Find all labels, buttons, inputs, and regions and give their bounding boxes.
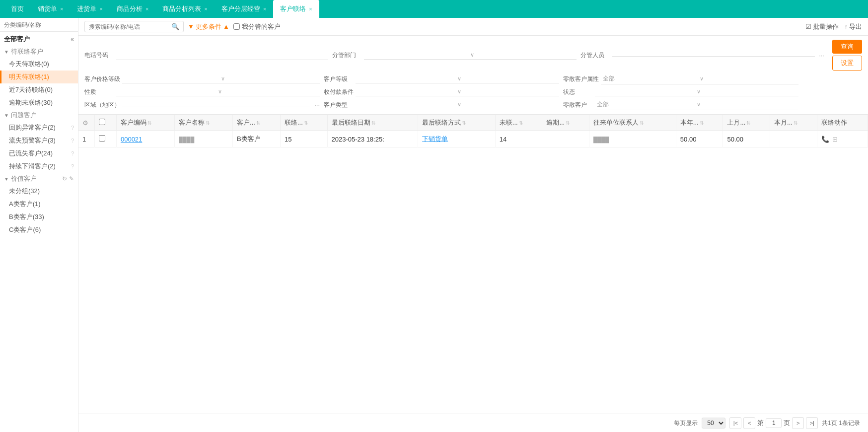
nav-customer-layered[interactable]: 客户分层经营 × [215, 0, 273, 18]
row-contacts: 15 [280, 131, 327, 147]
retail-customer-select[interactable]: 全部 ∨ [595, 99, 798, 110]
sort-icon: ⇅ [147, 120, 151, 126]
sidebar-item-today-contact[interactable]: 今天待联络(0) [0, 58, 78, 71]
sidebar-search-input[interactable] [4, 21, 78, 28]
nature-select[interactable]: ∨ [116, 87, 320, 96]
help-icon: ? [71, 125, 74, 131]
col-contact-person[interactable]: 往来单位联系人 ⇅ [589, 115, 676, 131]
prev-page-button[interactable]: < [743, 417, 755, 429]
refresh-icon[interactable]: ↻ [62, 175, 67, 182]
manager-select[interactable] [612, 54, 815, 57]
filter-retail-attr: 零散客户属性 全部 ∨ [563, 73, 798, 84]
nav-product-analysis[interactable]: 商品分析 × [110, 0, 155, 18]
my-customers-check[interactable] [233, 23, 240, 30]
col-this-year[interactable]: 本年... ⇅ [676, 115, 723, 131]
query-button[interactable]: 查询 [832, 40, 862, 54]
filter-row-1: 电话号码 分管部门 ∨ 分管人员 ··· [84, 40, 862, 71]
phone-action-icon[interactable]: 📞 [821, 136, 829, 143]
sidebar-item-ungrouped[interactable]: 未分组(32) [0, 185, 78, 198]
sort-icon: ⇅ [256, 120, 260, 126]
sidebar-group-value-customers[interactable]: ▼ 价值客户 ↻ ✎ [0, 173, 78, 185]
price-level-select[interactable]: ∨ [122, 74, 320, 83]
customer-type-select[interactable]: ∨ [356, 100, 559, 109]
filter-manager: 分管人员 ··· [580, 51, 824, 60]
close-icon[interactable]: × [60, 6, 63, 12]
sidebar-item-a-class[interactable]: A类客户(1) [0, 198, 78, 211]
search-input[interactable] [89, 23, 171, 30]
sidebar-item-tomorrow-contact[interactable]: 明天待联络(1) [0, 71, 78, 83]
region-select[interactable] [122, 104, 310, 106]
close-icon[interactable]: × [263, 6, 266, 12]
more-options-icon[interactable]: ··· [314, 101, 320, 109]
next-page-button[interactable]: > [792, 417, 804, 429]
sidebar-item-overdue-contact[interactable]: 逾期未联络(30) [0, 96, 78, 109]
sidebar-item-repurchase-abnormal[interactable]: 回购异常客户(2) ? [0, 121, 78, 134]
chevron-down-icon: ∨ [221, 75, 318, 82]
payment-select[interactable]: ∨ [356, 87, 559, 96]
sidebar-group-problem-customers[interactable]: ▼ 问题客户 [0, 109, 78, 121]
sidebar-item-churned[interactable]: 已流失客户(24) ? [0, 147, 78, 160]
col-type[interactable]: 客户... ⇅ [233, 115, 281, 131]
collapse-icon[interactable]: « [71, 36, 74, 43]
filter-phone: 电话号码 [84, 51, 328, 60]
gear-icon[interactable]: ⚙ [82, 119, 88, 127]
col-code[interactable]: 客户编码 ⇅ [116, 115, 174, 131]
row-uncontacted: 14 [495, 131, 542, 147]
sidebar-item-c-class[interactable]: C类客户(6) [0, 223, 78, 236]
batch-operation-button[interactable]: ☑ 批量操作 [805, 22, 839, 31]
set-button[interactable]: 设置 [832, 56, 862, 71]
arrow-down-icon: ▼ [4, 49, 9, 55]
col-last-month[interactable]: 上月... ⇅ [723, 115, 770, 131]
select-all-checkbox[interactable] [99, 119, 105, 125]
col-name[interactable]: 客户名称 ⇅ [175, 115, 233, 131]
row-code[interactable]: 000021 [116, 131, 174, 147]
chevron-down-icon: ∨ [457, 75, 557, 82]
page-number-input[interactable] [766, 418, 782, 428]
search-icon[interactable]: 🔍 [171, 23, 179, 30]
nav-customer-contact[interactable]: 客户联络 × [273, 0, 319, 18]
nav-product-analysis-list[interactable]: 商品分析列表 × [155, 0, 214, 18]
nav-home[interactable]: 首页 [4, 0, 31, 18]
col-contacts[interactable]: 联络... ⇅ [280, 115, 327, 131]
customer-level-select[interactable]: ∨ [356, 74, 559, 83]
page-navigation: |< < 第 页 > >| [729, 417, 818, 429]
first-page-button[interactable]: |< [729, 417, 741, 429]
my-customers-checkbox[interactable]: 我分管的客户 [233, 22, 281, 31]
grid-action-icon[interactable]: ⊞ [832, 136, 838, 143]
sidebar-item-declining[interactable]: 持续下滑客户(2) ? [0, 160, 78, 173]
retail-attr-select[interactable]: 全部 ∨ [601, 73, 798, 84]
sort-icon: ⇅ [371, 120, 375, 126]
close-icon[interactable]: × [145, 6, 148, 12]
row-last-method[interactable]: 下销货单 [418, 131, 496, 147]
phone-input[interactable] [116, 51, 328, 60]
close-icon[interactable]: × [204, 6, 207, 12]
more-filter-button[interactable]: ▼ 更多条件 ▲ [188, 22, 229, 31]
nav-sales-order[interactable]: 销货单 × [31, 0, 70, 18]
export-icon: ↑ [845, 23, 848, 30]
sidebar-item-7days-contact[interactable]: 近7天待联络(0) [0, 83, 78, 96]
close-icon[interactable]: × [99, 6, 102, 12]
close-icon[interactable]: × [309, 6, 312, 12]
arrow-down-icon: ▼ [4, 176, 9, 182]
row-checkbox[interactable] [99, 135, 105, 142]
row-checkbox-cell [94, 131, 116, 147]
page-size-select[interactable]: 50 [702, 418, 725, 429]
filter-dept: 分管部门 ∨ [332, 51, 576, 60]
sidebar-item-churn-warning[interactable]: 流失预警客户(3) ? [0, 134, 78, 147]
col-last-date[interactable]: 最后联络日期 ⇅ [327, 115, 418, 131]
export-button[interactable]: ↑ 导出 [845, 22, 863, 31]
col-last-method[interactable]: 最后联络方式 ⇅ [418, 115, 496, 131]
nav-purchase-order[interactable]: 进货单 × [70, 0, 109, 18]
filter-icon: ▼ [188, 23, 194, 30]
last-page-button[interactable]: >| [806, 417, 818, 429]
sidebar-group-pending-contact[interactable]: ▼ 待联络客户 [0, 46, 78, 58]
more-options-icon[interactable]: ··· [819, 52, 824, 59]
status-select[interactable]: ∨ [595, 87, 798, 96]
sidebar-item-b-class[interactable]: B类客户(33) [0, 211, 78, 223]
dept-select[interactable]: ∨ [364, 51, 576, 60]
col-overdue[interactable]: 逾期... ⇅ [542, 115, 589, 131]
col-uncontacted[interactable]: 未联... ⇅ [495, 115, 542, 131]
edit-icon[interactable]: ✎ [69, 175, 74, 182]
col-this-month[interactable]: 本月... ⇅ [770, 115, 817, 131]
table-row: 1 000021 ████ B类客户 15 2023-05-23 18:25: [78, 131, 868, 147]
